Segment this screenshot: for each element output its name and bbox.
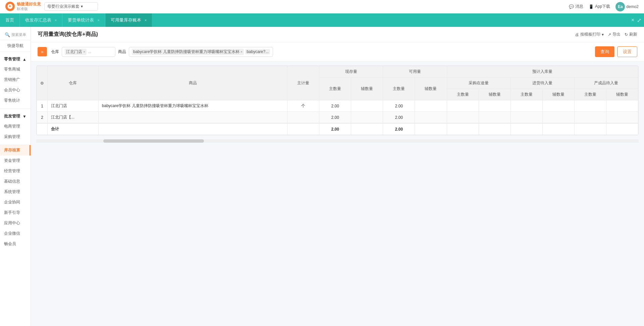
print-btn[interactable]: 🖨 按模板打印 ▾ (575, 32, 604, 37)
user-name: demo2 (626, 4, 639, 9)
settings-btn[interactable]: 设置 (617, 46, 637, 57)
sidebar-section-wholesale-label: 批发管理 (4, 113, 20, 119)
tab-home-label: 首页 (5, 17, 14, 23)
sidebar-item-wechat[interactable]: 企业微信 (0, 228, 31, 239)
print-label: 按模板打印 (580, 32, 600, 37)
sidebar-item-appcenter[interactable]: 应用中心 (0, 218, 31, 228)
logo-icon (5, 2, 15, 11)
chevron-down-icon: ▼ (22, 114, 26, 119)
row2-available-main: 2.00 (383, 112, 415, 124)
query-btn[interactable]: 查询 (595, 46, 614, 57)
footer-incoming-aux (542, 123, 574, 135)
message-btn[interactable]: 💬 消息 (569, 4, 583, 9)
footer-finished-main (574, 123, 606, 135)
product-tag: babycare学饮杯 儿童防摔防撞吸管杯重力球吸嘴杯宝宝水杯 × (132, 49, 244, 55)
refresh-btn[interactable]: ↻ 刷新 (625, 32, 637, 37)
row2-unit (287, 112, 319, 124)
sidebar-item-retail-stats[interactable]: 零售统计 (0, 95, 31, 106)
sidebar-item-system[interactable]: 系统管理 (0, 187, 31, 197)
app-download-btn[interactable]: 📱 App下载 (589, 4, 610, 9)
th-incoming-main: 主数量 (511, 89, 542, 100)
workspace-selector[interactable]: 母婴行业演示账套 ▾ (44, 2, 98, 11)
warehouse-filter-input[interactable]: 江北门店 × ... (62, 47, 115, 57)
filter-more-warehouse[interactable]: ... (88, 49, 91, 54)
th-available-aux: 辅数量 (415, 78, 447, 100)
message-label: 消息 (575, 4, 583, 9)
sidebar-item-member2[interactable]: 畅会员 (0, 239, 31, 249)
close-all-btn[interactable]: × (631, 17, 634, 23)
warehouse-tag-remove[interactable]: × (83, 50, 85, 54)
nav-spacer (152, 13, 628, 27)
row1-purchase-transit-main (447, 100, 479, 112)
page-title: 可用量查询(按仓库+商品) (38, 31, 98, 38)
sidebar-item-member-label: 会员中心 (4, 87, 20, 93)
app-download-label: App下载 (595, 4, 610, 9)
sidebar-item-finance[interactable]: 资金管理 (0, 155, 31, 166)
sidebar-item-retail-mall[interactable]: 零售商城 (0, 64, 31, 75)
th-current-main: 主数量 (319, 78, 351, 100)
sidebar-section-wholesale: 批发管理 ▼ 电商管理 采购管理 (0, 109, 31, 145)
tab-available-stock[interactable]: 可用量库存账本 × (105, 13, 152, 27)
sidebar-item-purchase[interactable]: 采购管理 (0, 132, 31, 142)
export-label: 导出 (612, 32, 621, 37)
row1-product: babycare学饮杯 儿童防摔防撞吸管杯重力球吸嘴杯宝宝水杯 (98, 100, 287, 112)
warehouse-tag: 江北门店 × (65, 49, 87, 55)
message-icon: 💬 (569, 4, 574, 9)
export-btn[interactable]: ↗ 导出 (608, 32, 621, 37)
sidebar-item-marketing[interactable]: 营销推广 (0, 75, 31, 85)
sidebar-item-operation-label: 经营管理 (4, 168, 20, 174)
row1-current-main: 2.00 (319, 100, 351, 112)
footer-purchase-transit-main (447, 123, 479, 135)
tab-income-expense-close[interactable]: × (55, 18, 57, 22)
sidebar-item-ecommerce-label: 电商管理 (4, 124, 20, 129)
sidebar-item-inventory[interactable]: 库存核算 (0, 145, 31, 155)
row1-warehouse: 江北门店 (48, 100, 99, 112)
table-footer: 合计 2.00 2.00 (37, 123, 638, 135)
scroll-thumb[interactable] (103, 139, 204, 143)
row1-seq: 1 (37, 100, 48, 112)
refresh-label: 刷新 (629, 32, 637, 37)
product-tag-remove[interactable]: × (240, 50, 243, 54)
export-icon: ↗ (608, 32, 611, 37)
sidebar-section-retail-header[interactable]: 零售管理 ▲ (0, 54, 31, 64)
fullscreen-btn[interactable]: ⤢ (637, 17, 641, 24)
th-finished-aux: 辅数量 (606, 89, 638, 100)
sidebar-section-wholesale-header[interactable]: 批发管理 ▼ (0, 111, 31, 121)
sidebar-item-newguide[interactable]: 新手引导 (0, 207, 31, 218)
tab-order-stats[interactable]: 要货单统计表 × (62, 13, 105, 27)
sidebar-item-member[interactable]: 会员中心 (0, 85, 31, 95)
sidebar-item-ecommerce[interactable]: 电商管理 (0, 121, 31, 132)
row2-available-aux (415, 112, 447, 124)
product-filter-input[interactable]: babycare学饮杯 儿童防摔防撞吸管杯重力球吸嘴杯宝宝水杯 × babyca… (129, 47, 273, 57)
tab-income-expense[interactable]: 收发存汇总表 × (20, 13, 62, 27)
sidebar-item-basic[interactable]: 基础信息 (0, 176, 31, 187)
th-purchase-transit-aux: 辅数量 (479, 89, 511, 100)
sidebar-item-operation[interactable]: 经营管理 (0, 166, 31, 176)
table-row: 1 江北门店 babycare学饮杯 儿童防摔防撞吸管杯重力球吸嘴杯宝宝水杯 个… (37, 100, 638, 112)
filter-toggle-btn[interactable]: » (38, 47, 47, 56)
footer-label: 合计 (48, 123, 99, 135)
tab-order-stats-close[interactable]: × (97, 18, 99, 22)
footer-current-main: 2.00 (319, 123, 351, 135)
th-settings[interactable]: ⚙ (37, 66, 48, 100)
tab-home[interactable]: 首页 (0, 13, 20, 27)
th-incoming-goods: 进货待入量 (511, 78, 574, 89)
user-area[interactable]: Ea demo2 (615, 2, 639, 11)
sidebar-item-newguide-label: 新手引导 (4, 210, 20, 216)
footer-available-aux (415, 123, 447, 135)
tab-available-stock-close[interactable]: × (145, 18, 147, 22)
sidebar-quick-nav[interactable]: 快捷导航 (0, 40, 31, 52)
sidebar-search[interactable]: 🔍 搜索菜单 (0, 30, 31, 40)
footer-incoming-main (511, 123, 542, 135)
sidebar-item-enterprise-label: 企业协同 (4, 199, 20, 205)
sidebar-item-enterprise[interactable]: 企业协同 (0, 197, 31, 207)
row2-finished-aux (606, 112, 638, 124)
sidebar-item-marketing-label: 营销推广 (4, 77, 20, 83)
sidebar-item-purchase-label: 采购管理 (4, 134, 20, 140)
table-wrapper: ⚙ 仓库 商品 主计量 现存量 可用量 预计入库量 主数量 辅数量 主数量 辅数… (36, 65, 639, 135)
sidebar-item-system-label: 系统管理 (4, 189, 20, 195)
horizontal-scrollbar[interactable] (36, 139, 639, 143)
row1-unit: 个 (287, 100, 319, 112)
logo-text-area: 畅捷通好生意 标准版 (17, 2, 41, 11)
th-product: 商品 (98, 66, 287, 100)
